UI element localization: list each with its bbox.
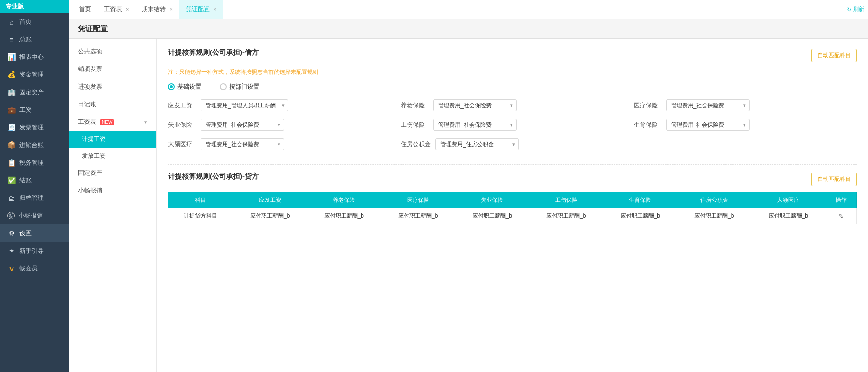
- select-salary[interactable]: 管理费用_管理人员职工薪酬: [201, 99, 288, 111]
- form-field-large-medical: 大额医疗 管理费用_社会保险费: [168, 138, 391, 150]
- radio-dept[interactable]: 按部门设置: [220, 83, 259, 91]
- form-row-3: 大额医疗 管理费用_社会保险费 住房公积金 管理费用_住房公积金: [168, 138, 857, 150]
- sidebar-item-closing[interactable]: ✅ 结账: [0, 172, 69, 189]
- col-pension: 养老保险: [307, 192, 381, 208]
- radio-basic[interactable]: 基础设置: [168, 83, 201, 91]
- new-badge: NEW: [100, 119, 114, 125]
- sidebar-item-label: 畅会员: [19, 264, 38, 273]
- assets-icon: 🏢: [7, 88, 16, 96]
- label-maternity: 生育保险: [634, 121, 661, 129]
- sidebar-item-label: 进销台账: [19, 141, 44, 149]
- tab-period-close-btn[interactable]: ×: [169, 6, 172, 12]
- tab-bar: 首页 工资表 × 期末结转 × 凭证配置 × ↻ 刷新: [69, 0, 868, 19]
- sidebar-item-label: 税务管理: [19, 159, 44, 167]
- left-nav-public[interactable]: 公共选项: [69, 43, 156, 60]
- sidebar-item-invoice[interactable]: 🧾 发票管理: [0, 119, 69, 136]
- sidebar-item-inventory[interactable]: 📦 进销台账: [0, 136, 69, 154]
- form-field-injury: 工伤保险 管理费用_社会保险费: [401, 119, 624, 131]
- refresh-icon: ↻: [847, 6, 851, 13]
- section1-note: 注：只能选择一种方式，系统将按照您当前的选择来配置规则: [168, 68, 857, 76]
- sidebar-item-label: 设置: [19, 229, 32, 237]
- funds-icon: 💰: [7, 71, 16, 79]
- col-salary: 应发工资: [233, 192, 307, 208]
- sidebar-item-assets[interactable]: 🏢 固定资产: [0, 83, 69, 101]
- auto-match-debit-button[interactable]: 自动匹配科目: [811, 49, 857, 62]
- left-nav-salary-table[interactable]: 工资表 NEW ▾: [69, 113, 156, 131]
- tab-voucher-config[interactable]: 凭证配置 ×: [179, 0, 223, 19]
- sidebar-item-label: 新手引导: [19, 247, 44, 255]
- form-row-1: 应发工资 管理费用_管理人员职工薪酬 养老保险 管理费用_社会保险费: [168, 99, 857, 111]
- tab-voucher-close[interactable]: ×: [214, 6, 216, 12]
- cell-housing-val: 应付职工薪酬_b: [677, 208, 751, 224]
- cell-unemployment-val: 应付职工薪酬_b: [455, 208, 529, 224]
- select-housing-wrapper: 管理费用_住房公积金: [435, 138, 519, 150]
- sidebar-item-label: 结账: [19, 176, 32, 185]
- sidebar-item-salary[interactable]: 💼 工资: [0, 101, 69, 119]
- sidebar-item-label: 工资: [19, 106, 32, 114]
- tab-salary-table[interactable]: 工资表 ×: [97, 0, 135, 19]
- content-wrapper: 公共选项 销项发票 进项发票 日记账 工资表 NEW ▾ 计提工资: [69, 39, 868, 372]
- select-injury[interactable]: 管理费用_社会保险费: [433, 119, 517, 131]
- tab-voucher-label: 凭证配置: [186, 5, 210, 13]
- section-credit: 计提核算规则(公司承担)-贷方 自动匹配科目 科目 应发工资 养老保险 医疗保险…: [168, 172, 857, 224]
- label-unemployment: 失业保险: [168, 121, 196, 129]
- credit-table: 科目 应发工资 养老保险 医疗保险 失业保险 工伤保险 生育保险 住房公积金 大…: [168, 192, 857, 224]
- sidebar-item-archive[interactable]: 🗂 归档管理: [0, 189, 69, 207]
- select-large-medical-wrapper: 管理费用_社会保险费: [201, 138, 284, 150]
- select-maternity[interactable]: 管理费用_社会保险费: [666, 119, 750, 131]
- sidebar-item-guide[interactable]: ✦ 新手引导: [0, 242, 69, 260]
- col-unemployment: 失业保险: [455, 192, 529, 208]
- section-debit: 计提核算规则(公司承担)-借方 自动匹配科目 注：只能选择一种方式，系统将按照您…: [168, 48, 857, 150]
- select-pension-wrapper: 管理费用_社会保险费: [433, 99, 517, 111]
- select-pension[interactable]: 管理费用_社会保险费: [433, 99, 517, 111]
- inventory-icon: 📦: [7, 141, 16, 149]
- left-nav-journal[interactable]: 日记账: [69, 96, 156, 113]
- select-salary-wrapper: 管理费用_管理人员职工薪酬: [201, 99, 288, 111]
- refresh-label: 刷新: [853, 6, 864, 13]
- page-header: 凭证配置: [69, 19, 868, 39]
- reports-icon: 📊: [7, 53, 16, 61]
- guide-icon: ✦: [7, 247, 16, 255]
- sidebar-item-ledger[interactable]: ≡ 总账: [0, 31, 69, 48]
- refresh-button[interactable]: ↻ 刷新: [847, 6, 864, 13]
- sidebar-item-settings[interactable]: ⚙ 设置: [0, 224, 69, 242]
- sidebar-item-home[interactable]: ⌂ 首页: [0, 13, 69, 31]
- select-housing[interactable]: 管理费用_住房公积金: [435, 138, 519, 150]
- salary-icon: 💼: [7, 106, 16, 114]
- left-nav-purchase-invoice[interactable]: 进项发票: [69, 78, 156, 96]
- select-medical[interactable]: 管理费用_社会保险费: [666, 99, 750, 111]
- tab-home[interactable]: 首页: [72, 0, 97, 19]
- radio-basic-circle: [168, 83, 175, 90]
- left-nav-pay-salary[interactable]: 发放工资: [69, 148, 156, 164]
- sidebar-item-xiaochang[interactable]: © 小畅报销: [0, 207, 69, 224]
- col-large-medical: 大额医疗: [751, 192, 825, 208]
- left-nav-sales-invoice[interactable]: 销项发票: [69, 60, 156, 78]
- form-field-medical: 医疗保险 管理费用_社会保险费: [634, 99, 857, 111]
- main-content: 计提核算规则(公司承担)-借方 自动匹配科目 注：只能选择一种方式，系统将按照您…: [157, 39, 868, 372]
- radio-dept-circle: [220, 83, 227, 90]
- auto-match-credit-button[interactable]: 自动匹配科目: [811, 173, 857, 186]
- sidebar-brand: 专业版: [0, 0, 69, 13]
- select-unemployment-wrapper: 管理费用_社会保险费: [201, 119, 284, 131]
- sidebar-item-funds[interactable]: 💰 资金管理: [0, 66, 69, 83]
- select-unemployment[interactable]: 管理费用_社会保险费: [201, 119, 284, 131]
- tab-salary-label: 工资表: [104, 5, 122, 13]
- left-nav-calc-salary[interactable]: 计提工资: [69, 131, 156, 148]
- tab-salary-close[interactable]: ×: [126, 6, 129, 12]
- section-divider: [168, 164, 857, 165]
- table-row: 计提贷方科目 应付职工薪酬_b 应付职工薪酬_b 应付职工薪酬_b 应付职工薪酬…: [168, 208, 857, 224]
- edit-icon[interactable]: ✎: [838, 212, 844, 220]
- sidebar-item-label: 资金管理: [19, 71, 44, 79]
- left-nav-xiaochang[interactable]: 小畅报销: [69, 182, 156, 199]
- sidebar-item-member[interactable]: V 畅会员: [0, 260, 69, 277]
- sidebar-item-reports[interactable]: 📊 报表中心: [0, 48, 69, 66]
- sidebar-item-label: 发票管理: [19, 123, 44, 132]
- tab-period-close[interactable]: 期末结转 ×: [135, 0, 179, 19]
- section2-title: 计提核算规则(公司承担)-贷方: [168, 172, 259, 181]
- col-maternity: 生育保险: [603, 192, 677, 208]
- left-nav-fixed-assets[interactable]: 固定资产: [69, 164, 156, 182]
- chevron-down-icon: ▾: [144, 119, 147, 125]
- sidebar-item-tax[interactable]: 📋 税务管理: [0, 154, 69, 172]
- sidebar-item-label: 总账: [19, 35, 32, 44]
- select-large-medical[interactable]: 管理费用_社会保险费: [201, 138, 284, 150]
